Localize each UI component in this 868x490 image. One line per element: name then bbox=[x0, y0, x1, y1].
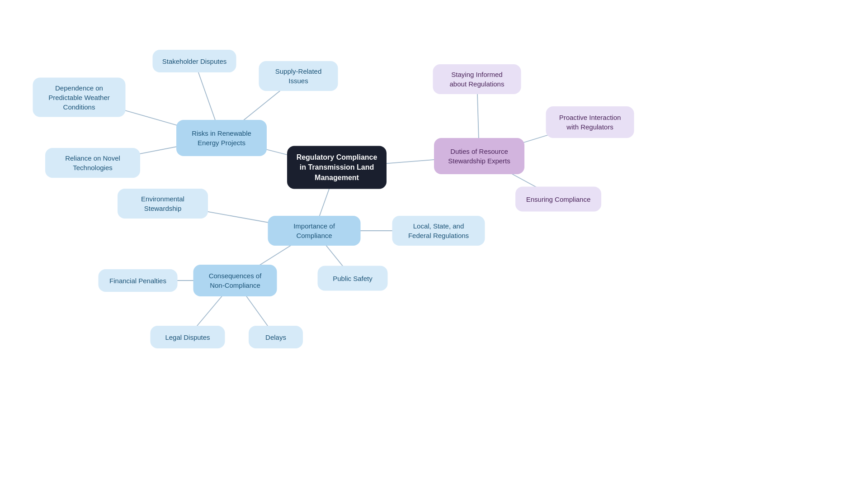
node-legal: Legal Disputes bbox=[151, 326, 225, 348]
node-duties: Duties of Resource Stewardship Experts bbox=[434, 138, 524, 174]
node-enviro: Environmental Stewardship bbox=[118, 189, 208, 219]
node-supply: Supply-Related Issues bbox=[259, 61, 338, 91]
node-delays: Delays bbox=[249, 326, 303, 348]
node-risks: Risks in Renewable Energy Projects bbox=[176, 120, 267, 156]
node-publicsafety: Public Safety bbox=[318, 266, 388, 291]
node-localstate: Local, State, and Federal Regulations bbox=[392, 216, 485, 246]
node-proactive: Proactive Interaction with Regulators bbox=[546, 106, 634, 138]
node-staying: Staying Informed about Regulations bbox=[433, 64, 521, 94]
node-novel: Reliance on Novel Technologies bbox=[45, 148, 140, 178]
node-financial: Financial Penalties bbox=[99, 269, 178, 292]
node-stakeholder: Stakeholder Disputes bbox=[153, 50, 236, 72]
node-weather: Dependence on Predictable Weather Condit… bbox=[33, 78, 126, 117]
center-node: Regulatory Compliance in Transmission La… bbox=[287, 146, 387, 189]
mindmap-container: Regulatory Compliance in Transmission La… bbox=[0, 0, 868, 490]
node-importance: Importance of Compliance bbox=[268, 216, 361, 246]
node-ensuring: Ensuring Compliance bbox=[515, 187, 601, 212]
node-consequences: Consequences of Non-Compliance bbox=[193, 265, 277, 296]
